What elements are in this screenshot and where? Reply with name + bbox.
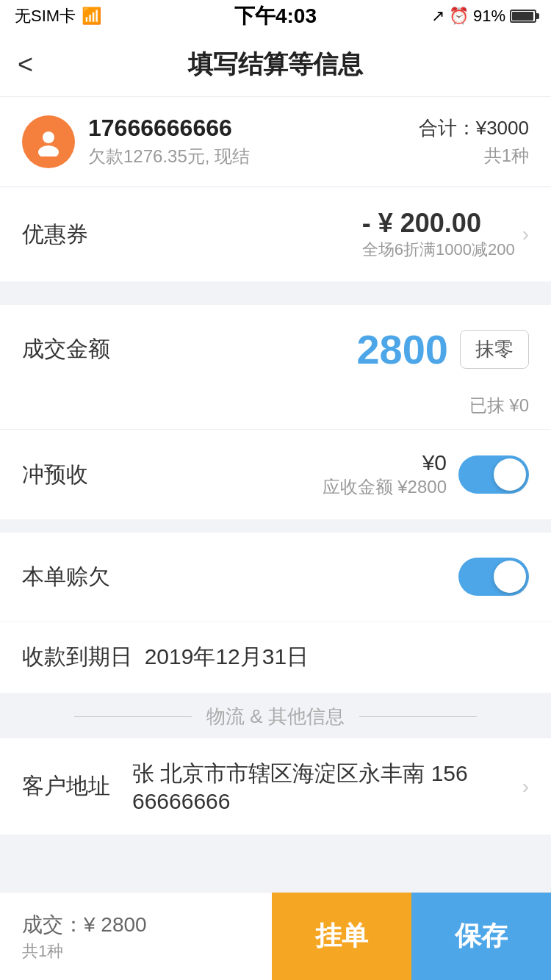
chevron-right-icon: › bbox=[522, 223, 529, 246]
deal-amount-row: 成交金额 2800 抹零 bbox=[0, 305, 551, 394]
debt-row: 本单赊欠 bbox=[0, 533, 551, 621]
coupon-right: - ¥ 200.00 全场6折满1000减200 › bbox=[362, 208, 529, 261]
deal-amount-label: 成交金额 bbox=[22, 334, 110, 364]
debt-toggle-knob bbox=[494, 561, 526, 593]
logistics-label: 物流 & 其他信息 bbox=[206, 704, 345, 729]
alarm-icon: ⏰ bbox=[449, 7, 469, 26]
battery-percent: 91% bbox=[473, 7, 505, 26]
separator-1 bbox=[0, 293, 551, 305]
prepay-row: 冲预收 ¥0 应收金额 ¥2800 bbox=[0, 429, 551, 519]
debt-section: 本单赊欠 收款到期日 2019年12月31日 bbox=[0, 533, 551, 693]
divider-line-left bbox=[74, 716, 192, 717]
logistics-divider: 物流 & 其他信息 bbox=[0, 694, 551, 738]
bottom-buttons: 挂单 保存 bbox=[272, 893, 551, 980]
bottom-count: 共1种 bbox=[22, 940, 250, 962]
bottom-deal-label: 成交：¥ 2800 bbox=[22, 911, 250, 939]
hold-button[interactable]: 挂单 bbox=[272, 893, 411, 980]
status-right: ↗ ⏰ 91% bbox=[431, 7, 536, 26]
bottom-bar: 成交：¥ 2800 共1种 挂单 保存 bbox=[0, 892, 551, 980]
signal-text: 无SIM卡 bbox=[15, 5, 76, 27]
customer-card: 17666666666 欠款1276.35元, 现结 合计：¥3000 共1种 bbox=[0, 97, 551, 186]
address-label: 客户地址 bbox=[22, 771, 110, 801]
toggle-knob bbox=[494, 458, 526, 491]
due-date-row: 收款到期日 2019年12月31日 bbox=[0, 621, 551, 693]
logistics-divider-inner: 物流 & 其他信息 bbox=[74, 704, 477, 729]
battery-icon bbox=[510, 10, 536, 23]
deal-erased: 已抹 ¥0 bbox=[0, 394, 551, 429]
address-chevron-icon: › bbox=[522, 775, 529, 799]
prepay-label: 冲预收 bbox=[22, 460, 88, 490]
customer-info: 17666666666 欠款1276.35元, 现结 bbox=[88, 115, 250, 168]
wifi-icon: 📶 bbox=[82, 7, 101, 26]
page-title: 填写结算等信息 bbox=[188, 48, 363, 82]
divider-line-right bbox=[359, 716, 477, 717]
prepay-value: ¥0 bbox=[323, 450, 447, 475]
customer-debt: 欠款1276.35元, 现结 bbox=[88, 145, 250, 168]
status-time: 下午4:03 bbox=[234, 2, 317, 30]
deal-amount-right: 2800 抹零 bbox=[356, 325, 529, 373]
address-value: 张 北京市市辖区海淀区永丰南 156 66666666 bbox=[132, 759, 508, 814]
nav-bar: < 填写结算等信息 bbox=[0, 32, 551, 97]
svg-point-1 bbox=[38, 145, 59, 156]
prepay-receivable: 应收金额 ¥2800 bbox=[323, 475, 447, 499]
total-count: 共1种 bbox=[419, 144, 529, 167]
coupon-row[interactable]: 优惠券 - ¥ 200.00 全场6折满1000减200 › bbox=[0, 187, 551, 281]
debt-toggle[interactable] bbox=[458, 558, 529, 596]
due-date-label: 收款到期日 2019年12月31日 bbox=[22, 644, 309, 669]
location-icon: ↗ bbox=[431, 7, 444, 26]
prepay-toggle[interactable] bbox=[458, 455, 529, 494]
coupon-info: - ¥ 200.00 全场6折满1000减200 bbox=[362, 208, 515, 261]
deal-amount-value: 2800 bbox=[356, 325, 448, 373]
status-bar: 无SIM卡 📶 下午4:03 ↗ ⏰ 91% bbox=[0, 0, 551, 32]
address-row[interactable]: 客户地址 张 北京市市辖区海淀区永丰南 156 66666666 › bbox=[0, 738, 551, 835]
prepay-amount: ¥0 应收金额 ¥2800 bbox=[323, 450, 447, 499]
status-left: 无SIM卡 📶 bbox=[15, 5, 101, 27]
save-button[interactable]: 保存 bbox=[411, 893, 551, 980]
separator-2 bbox=[0, 521, 551, 533]
svg-point-0 bbox=[43, 131, 54, 143]
debt-label: 本单赊欠 bbox=[22, 562, 110, 592]
coupon-desc: 全场6折满1000减200 bbox=[362, 239, 515, 261]
deal-amount-section: 成交金额 2800 抹零 已抹 ¥0 冲预收 ¥0 应收金额 ¥2800 bbox=[0, 305, 551, 519]
coupon-label: 优惠券 bbox=[22, 220, 88, 250]
customer-left: 17666666666 欠款1276.35元, 现结 bbox=[22, 115, 250, 168]
coupon-amount: - ¥ 200.00 bbox=[362, 208, 515, 239]
content: 17666666666 欠款1276.35元, 现结 合计：¥3000 共1种 … bbox=[0, 97, 551, 980]
customer-phone: 17666666666 bbox=[88, 115, 250, 142]
back-button[interactable]: < bbox=[18, 49, 33, 80]
prepay-right: ¥0 应收金额 ¥2800 bbox=[323, 450, 529, 499]
bottom-summary: 成交：¥ 2800 共1种 bbox=[0, 911, 272, 962]
avatar bbox=[22, 115, 75, 168]
round-button[interactable]: 抹零 bbox=[460, 330, 529, 369]
customer-total: 合计：¥3000 共1种 bbox=[419, 115, 529, 167]
total-label: 合计：¥3000 bbox=[419, 115, 529, 141]
